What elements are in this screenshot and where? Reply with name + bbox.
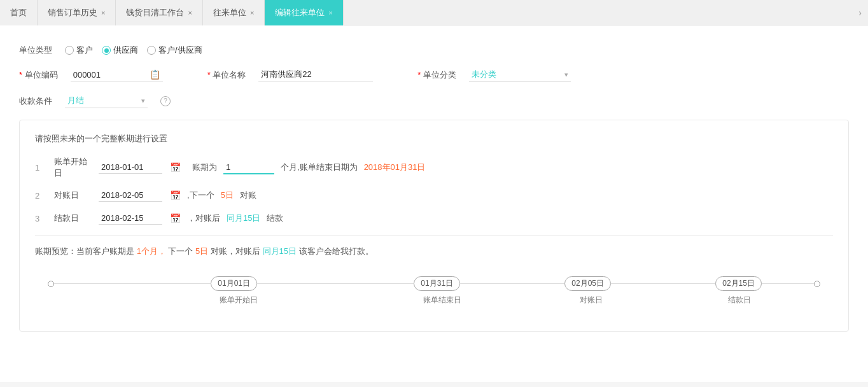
tab-counterparty[interactable]: 往来单位 × xyxy=(203,0,265,25)
unit-name-label: 单位名称 xyxy=(207,69,246,81)
radio-supplier-circle xyxy=(102,46,111,55)
row-label-1: 账单开始日 xyxy=(54,156,92,179)
timeline-label-text-0: 账单开始日 xyxy=(220,295,258,306)
tab-cash-work-label: 钱货日清工作台 xyxy=(126,7,184,18)
unit-category-select[interactable]: 未分类 ▾ xyxy=(469,67,571,82)
help-icon[interactable]: ? xyxy=(160,96,171,106)
payment-terms-arrow-icon[interactable]: ▾ xyxy=(139,97,148,105)
timeline-line-2 xyxy=(460,283,564,284)
timeline-line-1 xyxy=(257,283,414,284)
preview-date1: 5日 xyxy=(195,246,208,256)
period-input[interactable] xyxy=(223,161,274,174)
payment-terms-value: 月结 xyxy=(65,94,139,108)
timeline-badge-3: 02月15日 xyxy=(715,276,762,291)
row-num-2: 2 xyxy=(35,191,48,201)
section-divider xyxy=(35,235,833,236)
radio-customer[interactable]: 客户 xyxy=(65,45,93,56)
payment-date-input[interactable] xyxy=(99,212,162,225)
settings-section: 请按照未来的一个完整帐期进行设置 1 账单开始日 📅 账期为 个月,账单结束日期… xyxy=(19,120,849,332)
radio-both-label: 客户/供应商 xyxy=(158,45,202,56)
preview-prefix: 账期预览：当前客户账期是 xyxy=(35,246,134,256)
reconcile-date-input[interactable] xyxy=(99,189,162,202)
reconcile-highlight: 5日 xyxy=(221,190,234,201)
unit-type-label: 单位类型 xyxy=(19,45,52,56)
radio-both-circle xyxy=(147,46,156,55)
tab-cash-work-close[interactable]: × xyxy=(188,9,192,17)
reconcile-prefix: ,下一个 xyxy=(187,190,214,201)
tab-edit-counterparty[interactable]: 编辑往来单位 × xyxy=(265,0,343,25)
timeline-label-1: 账单结束日 xyxy=(423,295,461,306)
preview-period: 1个月， xyxy=(137,246,166,256)
unit-category-arrow-icon[interactable]: ▾ xyxy=(562,71,571,79)
setting-row-2: 2 对账日 📅 ,下一个 5日 对账 xyxy=(35,189,833,202)
tab-edit-counterparty-label: 编辑往来单位 xyxy=(275,7,325,18)
radio-supplier-label: 供应商 xyxy=(113,45,138,56)
unit-type-radio-group: 客户 供应商 客户/供应商 xyxy=(65,45,202,56)
timeline-label-2: 对账日 xyxy=(572,295,610,306)
unit-info-row: 单位编码 📋 单位名称 单位分类 未分类 ▾ xyxy=(19,67,849,82)
start-date-input[interactable] xyxy=(99,161,162,174)
timeline-label-0: 账单开始日 xyxy=(220,295,258,306)
row-num-1: 1 xyxy=(35,163,48,172)
tab-cash-work[interactable]: 钱货日清工作台 × xyxy=(116,0,202,25)
radio-supplier[interactable]: 供应商 xyxy=(102,45,138,56)
preview-mid1: 下一个 xyxy=(168,246,193,256)
start-date-calendar-icon[interactable]: 📅 xyxy=(170,162,181,172)
setting-row-3: 3 结款日 📅 ，对账后 同月15日 结款 xyxy=(35,212,833,225)
unit-code-label: 单位编码 xyxy=(19,69,58,81)
timeline-line-0 xyxy=(54,283,211,284)
unit-code-calendar-icon[interactable]: 📋 xyxy=(147,69,163,80)
preview-mid2: 对账，对账后 xyxy=(211,246,260,256)
payment-highlight: 同月15日 xyxy=(227,213,260,224)
radio-customer-circle xyxy=(65,46,74,55)
tab-home[interactable]: 首页 xyxy=(0,0,38,25)
row-label-2: 对账日 xyxy=(54,190,92,201)
tab-sales-order-close[interactable]: × xyxy=(101,9,105,17)
timeline-node-0 xyxy=(48,281,54,287)
radio-customer-label: 客户 xyxy=(76,45,93,56)
payment-terms-label: 收款条件 xyxy=(19,95,52,107)
timeline: 01月01日 01月31日 02月05日 02月15日 账单开始日 账单结束日 xyxy=(35,270,833,318)
payment-prefix: ，对账后 xyxy=(187,213,220,224)
tab-home-label: 首页 xyxy=(10,7,27,18)
row-label-3: 结款日 xyxy=(54,213,92,224)
row-num-3: 3 xyxy=(35,214,48,223)
tab-counterparty-close[interactable]: × xyxy=(250,9,254,17)
preview-suffix: 该客户会给我打款。 xyxy=(299,246,374,256)
reconcile-date-calendar-icon[interactable]: 📅 xyxy=(170,190,181,201)
tab-sales-order[interactable]: 销售订单历史 × xyxy=(38,0,116,25)
period-label: 账期为 xyxy=(192,162,217,173)
period-unit-text: 个月,账单结束日期为 xyxy=(281,162,358,173)
timeline-labels-row: 账单开始日 账单结束日 对账日 结款日 xyxy=(48,295,820,306)
tab-edit-counterparty-close[interactable]: × xyxy=(328,9,332,17)
preview-date2: 同月15日 xyxy=(263,246,297,256)
tab-counterparty-label: 往来单位 xyxy=(213,7,246,18)
tab-sales-order-label: 销售订单历史 xyxy=(48,7,97,18)
unit-name-input[interactable] xyxy=(258,69,373,81)
unit-code-input-wrapper: 📋 xyxy=(71,69,163,81)
unit-type-row: 单位类型 客户 供应商 客户/供应商 xyxy=(19,45,849,56)
unit-category-label: 单位分类 xyxy=(417,69,456,81)
timeline-label-text-3: 结款日 xyxy=(728,295,751,306)
preview-text: 账期预览：当前客户账期是 1个月， 下一个 5日 对账，对账后 同月15日 该客… xyxy=(35,246,833,257)
unit-category-value: 未分类 xyxy=(469,67,562,81)
timeline-badge-2: 02月05日 xyxy=(564,276,611,291)
timeline-badge-1: 01月31日 xyxy=(414,276,460,291)
setting-row-1: 1 账单开始日 📅 账期为 个月,账单结束日期为 2018年01月31日 xyxy=(35,156,833,179)
timeline-line-3 xyxy=(611,283,715,284)
payment-terms-select[interactable]: 月结 ▾ xyxy=(65,94,148,108)
tabs-bar: 首页 销售订单历史 × 钱货日清工作台 × 往来单位 × 编辑往来单位 × › xyxy=(0,0,868,25)
unit-code-input[interactable] xyxy=(71,69,147,81)
section-title: 请按照未来的一个完整帐期进行设置 xyxy=(35,133,833,144)
payment-middle: 结款 xyxy=(267,213,283,224)
tabs-right-arrow[interactable]: › xyxy=(852,8,868,18)
timeline-label-text-2: 对账日 xyxy=(580,295,603,306)
payment-date-calendar-icon[interactable]: 📅 xyxy=(170,213,181,223)
timeline-node-end xyxy=(814,281,820,287)
timeline-label-text-1: 账单结束日 xyxy=(423,295,461,306)
reconcile-middle: 对账 xyxy=(240,190,256,201)
main-content: 单位类型 客户 供应商 客户/供应商 单位编码 📋 单位名称 单位分 xyxy=(0,25,868,382)
timeline-badge-0: 01月01日 xyxy=(211,276,257,291)
payment-terms-row: 收款条件 月结 ▾ ? xyxy=(19,94,849,108)
radio-both[interactable]: 客户/供应商 xyxy=(147,45,202,56)
